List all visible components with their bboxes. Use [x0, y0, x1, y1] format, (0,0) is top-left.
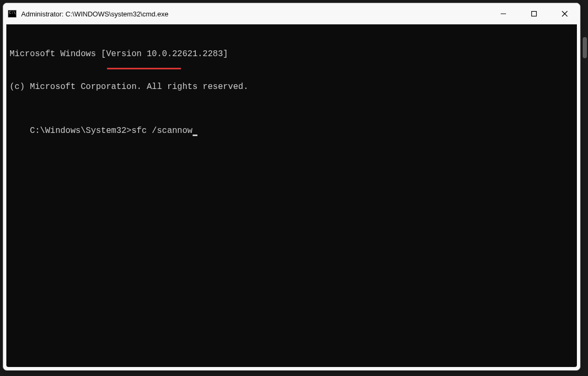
terminal-area[interactable]: Microsoft Windows [Version 10.0.22621.22…	[6, 24, 577, 367]
cmd-app-icon: C:\	[7, 9, 17, 19]
window-title: Administrator: C:\WINDOWS\system32\cmd.e…	[21, 10, 488, 18]
terminal-output-line: Microsoft Windows [Version 10.0.22621.22…	[10, 49, 574, 60]
maximize-button[interactable]	[519, 3, 549, 24]
close-icon	[562, 11, 568, 17]
svg-rect-1	[532, 12, 537, 16]
red-underline-annotation	[107, 68, 181, 69]
maximize-icon	[531, 11, 537, 17]
window-controls	[488, 3, 580, 24]
cmd-window: C:\ Administrator: C:\WINDOWS\system32\c…	[3, 3, 581, 371]
terminal-command: sfc /scannow	[131, 126, 192, 136]
page-scrollbar-thumb[interactable]	[583, 37, 587, 58]
terminal-prompt: C:\Windows\System32>	[30, 126, 131, 136]
terminal-prompt-line: C:\Windows\System32>sfc /scannow	[30, 126, 197, 137]
minimize-button[interactable]	[488, 3, 519, 24]
titlebar[interactable]: C:\ Administrator: C:\WINDOWS\system32\c…	[3, 3, 580, 24]
terminal-cursor	[193, 135, 197, 136]
close-button[interactable]	[549, 3, 580, 24]
terminal-output-line: (c) Microsoft Corporation. All rights re…	[10, 82, 574, 93]
minimize-icon	[500, 11, 506, 17]
